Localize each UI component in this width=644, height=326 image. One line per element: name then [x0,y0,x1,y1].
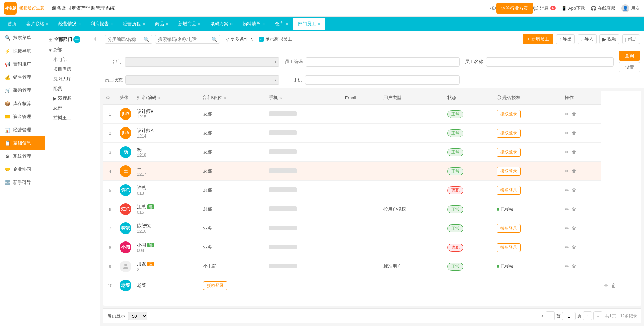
close-icon[interactable]: ✕ [142,22,145,26]
search-input[interactable] [108,37,142,42]
delete-icon[interactable]: 🗑 [572,206,577,212]
export-btn[interactable]: ↑ 导出 [556,34,575,44]
sort-icon[interactable]: ⇅ [157,96,160,100]
add-employee-btn[interactable]: + 新增员工 [523,34,553,44]
delete-icon[interactable]: 🗑 [572,111,577,117]
emp-status-select-wrapper[interactable]: ▾ [125,75,279,85]
delete-icon[interactable]: 🗑 [572,187,577,193]
view-btn[interactable]: ▶ 视频 [599,34,619,44]
query-btn[interactable]: 查询 [619,51,640,61]
tab-journey[interactable]: 经营历程 ✕ [118,18,150,30]
dept-node-shenyang[interactable]: 沈阳大库 [46,74,99,84]
dept-node-zongbu[interactable]: ▾ 总部 [46,45,99,55]
edit-icon[interactable]: ✏ [565,168,569,174]
emp-code-input[interactable] [306,57,460,67]
dept-node-chashuwang[interactable]: 插树王二 [46,113,99,123]
close-icon[interactable]: ✕ [165,22,169,26]
phone-search-box[interactable]: 🔍 [155,35,220,44]
auth-login-btn[interactable]: 授权登录 [203,281,227,290]
dept-node-zongbu2[interactable]: 总部 [46,103,99,113]
sidebar-item-guide[interactable]: 🆕 新手引导 [0,176,45,189]
more-filter-btn[interactable]: ▽ 更多条件 ∧ [223,35,256,44]
prev-page-btn[interactable]: ‹ [546,311,555,320]
edit-icon[interactable]: ✏ [565,226,569,231]
show-resigned-toggle[interactable]: ✓ 显示离职员工 [259,36,292,42]
sidebar-item-stock[interactable]: 📦 库存核算 [0,97,45,110]
edit-icon[interactable]: ✏ [565,149,569,155]
emp-name-input[interactable] [486,57,614,67]
close-icon[interactable]: ✕ [78,22,81,26]
sort-icon[interactable]: ⇅ [279,96,282,100]
sidebar-item-basic[interactable]: 📋 基础信息 [0,136,45,150]
col-name-code[interactable]: 姓名/编码 ⇅ [134,91,200,105]
close-icon[interactable]: ✕ [317,22,320,26]
col-settings[interactable]: ⚙ [103,91,117,105]
close-icon[interactable]: ✕ [262,22,265,26]
auth-login-btn[interactable]: 授权登录 [497,110,521,118]
sidebar-item-shortcut[interactable]: ⚡ 快捷导航 [0,44,45,58]
auth-login-btn[interactable]: 授权登录 [497,129,521,138]
import-btn[interactable]: ↓ 导入 [578,34,597,44]
tab-warehouse[interactable]: 仓库 ✕ [270,18,293,30]
sidebar-item-operation[interactable]: 📊 经营管理 [0,123,45,136]
edit-icon[interactable]: ✏ [565,187,569,193]
dept-node-shuanglu[interactable]: ▶ 双鹿想 [46,94,99,103]
delete-icon[interactable]: 🗑 [572,149,577,155]
close-icon[interactable]: ✕ [110,22,113,26]
sidebar-item-purchase[interactable]: 🛒 采购管理 [0,84,45,97]
delete-icon[interactable]: 🗑 [611,283,616,288]
per-page-select[interactable]: 50 100 [128,312,147,320]
app-download-btn[interactable]: 📱 App下载 [561,5,585,11]
tab-bom[interactable]: 物料清单 ✕ [238,18,270,30]
edit-icon[interactable]: ✏ [565,130,569,136]
edit-icon[interactable]: ✏ [565,111,569,117]
dept-node-peihuo[interactable]: 配货 [46,84,99,94]
auth-login-btn[interactable]: 授权登录 [497,243,521,252]
tab-goods[interactable]: 商品 ✕ [150,18,173,30]
try-btn[interactable]: 体验行业方案 [496,3,533,14]
phone-input[interactable] [305,75,460,85]
delete-icon[interactable]: 🗑 [572,245,577,250]
sidebar-item-search[interactable]: 🔍 搜索菜单 [0,31,45,44]
col-phone[interactable]: 手机 ⇅ [266,91,342,105]
dept-collapse-btn[interactable]: 《 [92,36,97,43]
close-icon[interactable]: ✕ [46,22,49,26]
settings-icon[interactable]: ⚙ [491,5,496,11]
service-btn[interactable]: 🎧 在线客服 [591,5,616,11]
last-page-btn[interactable]: » [593,311,602,320]
auth-login-btn[interactable]: 授权登录 [497,224,521,233]
edit-icon[interactable]: ✏ [565,206,569,212]
next-page-btn[interactable]: › [583,311,592,320]
message-btn[interactable]: 💬 消息 6 [533,5,556,11]
dept-node-xiaodian[interactable]: 小电部 [46,55,99,64]
close-icon[interactable]: ✕ [198,22,201,26]
col-dept-pos[interactable]: 部门/职位 ⇅ [200,91,266,105]
sidebar-item-coop[interactable]: 🤝 企业协同 [0,163,45,176]
search-box[interactable]: 🔍 [105,35,152,44]
edit-icon[interactable]: ✏ [565,264,569,269]
tab-add-goods[interactable]: 新增商品 ✕ [173,18,206,30]
tab-profit[interactable]: 利润报告 ✕ [86,18,118,30]
close-icon[interactable]: ✕ [285,22,288,26]
dept-edit-btn[interactable]: ✏ [73,36,80,43]
page-input[interactable] [562,312,576,320]
delete-icon[interactable]: 🗑 [572,226,577,231]
dept-node-project[interactable]: 项目库房 [46,64,99,74]
sidebar-item-capital[interactable]: 💳 资金管理 [0,110,45,123]
sidebar-item-marketing[interactable]: 📢 营销推广 [0,58,45,71]
tab-home[interactable]: 首页 [3,18,21,30]
emp-status-select[interactable] [125,75,279,85]
tab-employees[interactable]: 部门员工 ✕ [293,18,325,30]
auth-login-btn[interactable]: 授权登录 [497,186,521,195]
user-btn[interactable]: 👤 用友 [621,4,640,12]
dept-select[interactable] [125,57,279,67]
dept-select-wrapper[interactable]: ▾ [125,57,279,67]
delete-icon[interactable]: 🗑 [572,168,577,174]
help-btn[interactable]: | 帮助 [622,34,640,44]
close-icon[interactable]: ✕ [230,22,233,26]
tab-barcode[interactable]: 条码方案 ✕ [206,18,238,30]
edit-icon[interactable]: ✏ [604,283,608,288]
sidebar-item-sales[interactable]: 💰 销售管理 [0,71,45,84]
sidebar-item-system[interactable]: ⚙ 系统管理 [0,150,45,163]
edit-icon[interactable]: ✏ [565,245,569,250]
